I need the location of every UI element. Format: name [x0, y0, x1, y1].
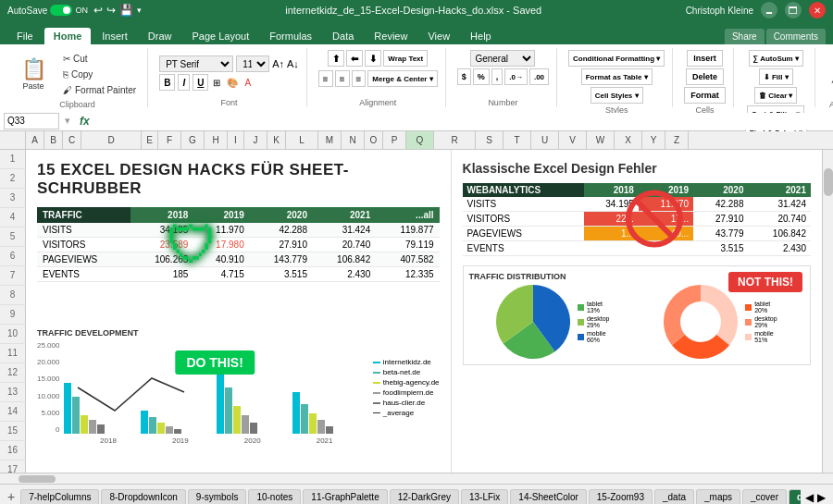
fill-color-icon[interactable]: 🎨	[225, 78, 240, 88]
insert-cells-button[interactable]: Insert	[687, 50, 723, 67]
col-header-k[interactable]: K	[267, 131, 286, 149]
tab-docs[interactable]: docs	[789, 489, 801, 504]
row-12[interactable]: 12	[0, 363, 26, 383]
font-size-select[interactable]: 11	[236, 55, 269, 72]
row-10[interactable]: 10	[0, 325, 26, 344]
tab-view[interactable]: View	[418, 28, 459, 44]
row-8[interactable]: 8	[0, 286, 26, 305]
col-header-n[interactable]: N	[342, 131, 365, 149]
tab-page-layout[interactable]: Page Layout	[182, 28, 258, 44]
row-4[interactable]: 4	[0, 208, 26, 227]
autosum-button[interactable]: ∑ AutoSum ▾	[749, 50, 803, 67]
scrollbar-thumb-v[interactable]	[824, 168, 833, 196]
share-button[interactable]: Share	[725, 29, 765, 44]
conditional-formatting-button[interactable]: Conditional Formatting ▾	[568, 50, 665, 67]
tab-cover[interactable]: _cover	[742, 489, 787, 504]
save-icon[interactable]: 💾	[119, 4, 133, 17]
tab-help[interactable]: Help	[461, 28, 501, 44]
col-header-o[interactable]: O	[365, 131, 383, 149]
font-name-select[interactable]: PT Serif	[159, 55, 233, 72]
col-header-t[interactable]: T	[504, 131, 531, 149]
formula-input[interactable]	[97, 113, 829, 129]
cell-styles-button[interactable]: Cell Styles ▾	[591, 87, 643, 104]
merge-center-button[interactable]: Merge & Center ▾	[367, 70, 437, 87]
row-7[interactable]: 7	[0, 266, 26, 286]
tab-14-sheetcolor[interactable]: 14-SheetColor	[510, 489, 586, 504]
tab-formulas[interactable]: Formulas	[260, 28, 321, 44]
align-bottom-button[interactable]: ⬇	[365, 50, 381, 67]
col-header-a[interactable]: A	[26, 131, 44, 149]
decrease-decimal-button[interactable]: .0→	[504, 68, 528, 85]
align-left-button[interactable]: ≡	[318, 70, 333, 87]
undo-icon[interactable]: ↩	[93, 4, 103, 17]
format-as-table-button[interactable]: Format as Table ▾	[581, 68, 653, 85]
vertical-scrollbar[interactable]	[822, 150, 833, 473]
tab-data[interactable]: _data	[654, 489, 694, 504]
row-3[interactable]: 3	[0, 189, 26, 208]
tab-draw[interactable]: Draw	[139, 28, 181, 44]
minimize-button[interactable]: 🗕	[761, 2, 777, 18]
wrap-text-button[interactable]: Wrap Text	[383, 50, 428, 67]
col-header-s[interactable]: S	[476, 131, 504, 149]
row-17[interactable]: 17	[0, 461, 26, 473]
col-header-l[interactable]: L	[286, 131, 318, 149]
increase-font-icon[interactable]: A↑	[272, 58, 284, 69]
col-header-b[interactable]: B	[44, 131, 63, 149]
add-sheet-button[interactable]: +	[4, 489, 19, 504]
align-top-button[interactable]: ⬆	[328, 50, 344, 67]
autosave-toggle[interactable]: AutoSave ON	[7, 5, 88, 16]
name-box[interactable]	[4, 113, 59, 129]
close-button[interactable]: ✕	[809, 2, 826, 18]
maximize-button[interactable]: 🗖	[785, 2, 802, 18]
col-header-p[interactable]: P	[383, 131, 406, 149]
autosave-switch[interactable]	[50, 5, 72, 16]
redo-icon[interactable]: ↪	[106, 4, 116, 17]
col-header-j[interactable]: J	[244, 131, 267, 149]
col-header-c[interactable]: C	[63, 131, 81, 149]
col-header-i[interactable]: I	[228, 131, 244, 149]
align-center-button[interactable]: ≡	[335, 70, 350, 87]
col-header-r[interactable]: R	[434, 131, 476, 149]
col-header-d[interactable]: D	[81, 131, 142, 149]
sheet-nav-left[interactable]: ◀	[805, 491, 814, 504]
col-header-g[interactable]: G	[181, 131, 205, 149]
col-header-f[interactable]: F	[158, 131, 181, 149]
underline-button[interactable]: U	[193, 74, 208, 91]
italic-button[interactable]: I	[178, 74, 190, 91]
col-header-w[interactable]: W	[587, 131, 615, 149]
col-header-y[interactable]: Y	[642, 131, 665, 149]
bold-button[interactable]: B	[159, 74, 175, 91]
scrollbar-thumb-h[interactable]	[19, 475, 56, 483]
col-header-m[interactable]: M	[318, 131, 342, 149]
tab-9-symbols[interactable]: 9-symbols	[188, 489, 247, 504]
col-header-u[interactable]: U	[531, 131, 559, 149]
decrease-font-icon[interactable]: A↓	[287, 58, 299, 69]
row-6[interactable]: 6	[0, 247, 26, 266]
comma-button[interactable]: ,	[491, 68, 504, 85]
delete-cells-button[interactable]: Delete	[686, 68, 724, 85]
col-header-q[interactable]: Q	[406, 131, 434, 149]
font-color-icon[interactable]: A	[242, 78, 253, 88]
row-2[interactable]: 2	[0, 169, 26, 189]
row-15[interactable]: 15	[0, 422, 26, 441]
col-header-z[interactable]: Z	[665, 131, 689, 149]
align-right-button[interactable]: ≡	[352, 70, 367, 87]
row-16[interactable]: 16	[0, 441, 26, 461]
comments-button[interactable]: Comments	[766, 29, 826, 44]
tab-8-dropdownicon[interactable]: 8-DropdownIcon	[101, 489, 185, 504]
tab-11-graphpalette[interactable]: 11-GraphPalette	[303, 489, 387, 504]
sheet-nav-right[interactable]: ▶	[817, 491, 826, 504]
tab-13-lfix[interactable]: 13-LFix	[461, 489, 508, 504]
copy-button[interactable]: ⎘ Copy	[59, 68, 140, 81]
analyze-data-button[interactable]: 📊 AnalyzeData	[827, 50, 833, 98]
border-icon[interactable]: ⊞	[211, 78, 222, 88]
col-header-x[interactable]: X	[615, 131, 642, 149]
tab-15-zoom93[interactable]: 15-Zoom93	[589, 489, 653, 504]
horizontal-scrollbar[interactable]	[0, 473, 833, 484]
align-middle-button[interactable]: ⬅	[346, 50, 363, 67]
row-1[interactable]: 1	[0, 150, 26, 169]
clear-button[interactable]: 🗑 Clear ▾	[754, 87, 797, 104]
row-9[interactable]: 9	[0, 305, 26, 325]
cut-button[interactable]: ✂ Cut	[59, 52, 140, 66]
number-format-select[interactable]: General	[470, 50, 535, 67]
